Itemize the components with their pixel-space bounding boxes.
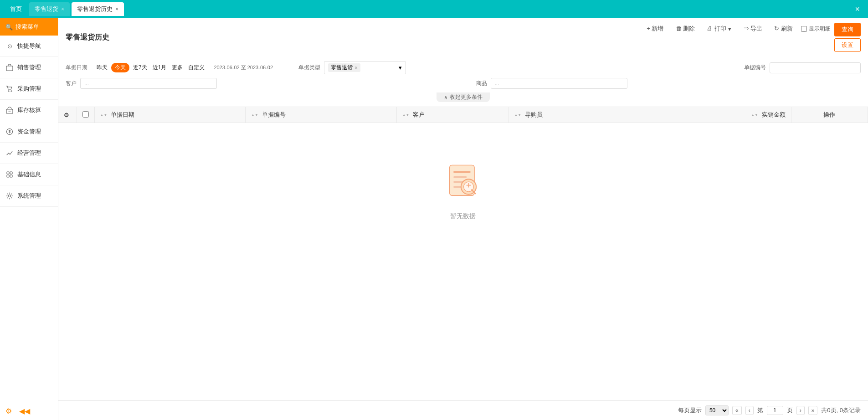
goods-placeholder: ...: [495, 80, 499, 87]
col-docno[interactable]: ▲▼ 单据编号: [246, 107, 397, 123]
doctype-select[interactable]: 零售退货 × ▾: [324, 61, 406, 74]
next-page-button[interactable]: ›: [796, 406, 805, 415]
doctype-value: 零售退货: [331, 64, 353, 72]
toolbar: + 新增 🗑 删除 🖨 打印 ▾ ⇒ 导出 ↻ 刷新 显示明细: [643, 23, 831, 35]
setting-button[interactable]: 设置: [834, 38, 861, 52]
window-close-button[interactable]: ×: [851, 5, 863, 14]
inventory-icon: [5, 106, 14, 114]
tab-home[interactable]: 首页: [5, 3, 27, 15]
sidebar-label-operation: 经营管理: [17, 149, 41, 157]
display-label: 显示明细: [809, 25, 831, 33]
sidebar-item-system[interactable]: 系统管理: [0, 185, 58, 207]
sidebar-item-finance[interactable]: 资金管理: [0, 121, 58, 143]
sidebar-item-purchase[interactable]: 采购管理: [0, 78, 58, 100]
tab-retail-return-close[interactable]: ×: [61, 6, 64, 12]
date-opt-today[interactable]: 今天: [111, 63, 129, 72]
sidebar: 🔍 搜索菜单 ⊙ 快捷导航 销售管理 采购管理 库存核算: [0, 18, 58, 420]
print-button[interactable]: 🖨 打印 ▾: [703, 23, 735, 35]
doctype-tag-close[interactable]: ×: [354, 65, 358, 71]
tab-retail-return-history[interactable]: 零售退货历史 ×: [72, 2, 124, 16]
top-bar: 首页 零售退货 × 零售退货历史 × ×: [0, 0, 868, 18]
last-page-button[interactable]: »: [808, 406, 818, 415]
sales-icon: [5, 63, 14, 72]
collapse-up-icon: ∧: [444, 94, 448, 101]
svg-rect-5: [7, 172, 9, 174]
svg-rect-6: [10, 172, 12, 174]
svg-rect-0: [6, 66, 13, 71]
empty-illustration: [440, 159, 486, 205]
data-table: ⚙ ▲▼ 单据日期 ▲▼ 单据编号: [58, 107, 868, 257]
date-opt-custom[interactable]: 自定义: [186, 63, 206, 72]
settings-icon[interactable]: ⚙: [5, 407, 12, 415]
display-toggle[interactable]: 显示明细: [801, 25, 831, 33]
col-action: 操作: [791, 107, 868, 123]
search-icon: 🔍: [5, 24, 13, 31]
sidebar-label-basic: 基础信息: [17, 170, 41, 179]
sidebar-bottom: ⚙ ◀◀: [0, 402, 58, 420]
customer-label: 客户: [66, 80, 77, 87]
tab-retail-return-label: 零售退货: [35, 5, 58, 13]
collapse-button[interactable]: ∧ 收起更多条件: [437, 92, 490, 102]
svg-rect-7: [7, 175, 9, 177]
sidebar-label-sales: 销售管理: [17, 63, 41, 72]
page-header: 零售退货历史 + 新增 🗑 删除 🖨 打印 ▾ ⇒ 导出 ↻ 刷新: [58, 18, 868, 107]
col-check[interactable]: [77, 107, 94, 123]
new-button[interactable]: + 新增: [643, 23, 667, 35]
date-options: 昨天 今天 近7天 近1月 更多 自定义: [95, 63, 206, 72]
pagination-bar: 每页显示 50 10 20 100 « ‹ 第 页 › » 共0页, 0条记录: [58, 400, 868, 420]
prev-page-button[interactable]: ‹: [745, 406, 754, 415]
action-buttons: 查询 设置: [834, 23, 861, 52]
page-input[interactable]: [767, 406, 783, 415]
date-opt-yesterday[interactable]: 昨天: [95, 63, 109, 72]
col-guide-label: 导购员: [525, 111, 543, 118]
sidebar-label-purchase: 采购管理: [17, 85, 41, 93]
svg-rect-12: [453, 176, 467, 178]
date-range-value: 2023-06-02 至 2023-06-02: [214, 64, 273, 71]
col-settings[interactable]: ⚙: [58, 107, 77, 123]
query-button[interactable]: 查询: [834, 23, 861, 36]
main-layout: 🔍 搜索菜单 ⊙ 快捷导航 销售管理 采购管理 库存核算: [0, 18, 868, 420]
sort-date-icon: ▲▼: [100, 113, 108, 117]
date-opt-more[interactable]: 更多: [170, 63, 185, 72]
date-opt-7days[interactable]: 近7天: [131, 63, 149, 72]
col-amount[interactable]: ▲▼ 实销金额: [640, 107, 791, 123]
page-unit: 页: [787, 406, 793, 415]
sidebar-label-finance: 资金管理: [17, 128, 41, 136]
date-filter-label: 单据日期: [66, 64, 87, 72]
sidebar-item-inventory[interactable]: 库存核算: [0, 100, 58, 121]
col-customer[interactable]: ▲▼ 客户: [396, 107, 508, 123]
customer-select[interactable]: ...: [80, 78, 217, 89]
date-opt-1month[interactable]: 近1月: [151, 63, 169, 72]
display-checkbox[interactable]: [801, 26, 807, 32]
svg-point-1: [8, 91, 9, 92]
goods-label: 商品: [476, 80, 487, 87]
sidebar-search[interactable]: 🔍 搜索菜单: [0, 18, 58, 36]
sidebar-item-basic[interactable]: 基础信息: [0, 164, 58, 185]
col-customer-label: 客户: [413, 111, 425, 118]
goods-select[interactable]: ...: [491, 78, 627, 89]
svg-rect-8: [10, 175, 12, 177]
col-amount-label: 实销金额: [762, 111, 786, 118]
content-area: 零售退货历史 + 新增 🗑 删除 🖨 打印 ▾ ⇒ 导出 ↻ 刷新: [58, 18, 868, 420]
settings-col-icon[interactable]: ⚙: [64, 112, 69, 118]
docno-input[interactable]: [770, 62, 861, 73]
tab-retail-return[interactable]: 零售退货 ×: [29, 2, 70, 16]
customer-filter-group: 客户 ...: [66, 78, 451, 89]
delete-button[interactable]: 🗑 删除: [672, 23, 699, 35]
sidebar-item-sales[interactable]: 销售管理: [0, 57, 58, 78]
first-page-button[interactable]: «: [732, 406, 742, 415]
filter-area: 单据日期 昨天 今天 近7天 近1月 更多 自定义 2023-06-02 至 2…: [66, 56, 861, 107]
col-date[interactable]: ▲▼ 单据日期: [94, 107, 246, 123]
svg-point-9: [9, 195, 11, 197]
select-all-checkbox[interactable]: [82, 111, 89, 118]
empty-state: 暂无数据: [58, 123, 868, 257]
page-size-select[interactable]: 50 10 20 100: [705, 405, 729, 415]
tab-retail-return-history-close[interactable]: ×: [115, 6, 118, 12]
col-guide[interactable]: ▲▼ 导购员: [508, 107, 640, 123]
total-text: 共0页, 0条记录: [821, 406, 861, 415]
sidebar-item-quick-nav[interactable]: ⊙ 快捷导航: [0, 36, 58, 57]
refresh-button[interactable]: ↻ 刷新: [770, 23, 796, 35]
export-button[interactable]: ⇒ 导出: [740, 23, 766, 35]
sidebar-item-operation[interactable]: 经营管理: [0, 143, 58, 164]
sound-icon[interactable]: ◀◀: [19, 407, 30, 415]
